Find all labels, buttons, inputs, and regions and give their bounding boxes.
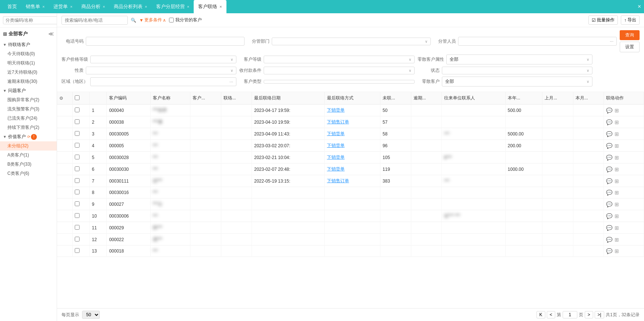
tab-goods-analysis[interactable]: 商品分析 × — [77, 0, 109, 13]
customer-level-select[interactable]: ∨ — [264, 56, 414, 63]
sidebar-section-problem[interactable]: ▼ 问题客户 — [0, 86, 57, 95]
tab-customer-stratify[interactable]: 客户分层经营 × — [152, 0, 194, 13]
nav-close-btn[interactable]: × — [638, 3, 641, 10]
person-select[interactable]: ··· — [458, 37, 617, 46]
sidebar-item-tomorrow-pending[interactable]: 明天待联络(1) — [0, 59, 57, 68]
tab-purchase-close[interactable]: × — [70, 4, 72, 9]
tab-goods-analysis-list[interactable]: 商品分析列表 × — [109, 0, 151, 13]
status-select[interactable]: ∨ — [442, 67, 592, 74]
grid-action-icon[interactable]: ⊞ — [615, 190, 619, 195]
col-name[interactable]: 客户名称 — [150, 92, 190, 105]
col-last-month[interactable]: 上月... — [542, 92, 573, 105]
sidebar-item-churned[interactable]: 已流失客户(24) — [0, 114, 57, 123]
sidebar-item-type-c[interactable]: C类客户(6) — [0, 169, 57, 178]
tab-home[interactable]: 首页 — [3, 0, 21, 13]
filter-more-btn[interactable]: ▼ 更多条件 ∧ — [139, 17, 166, 23]
grid-action-icon[interactable]: ⊞ — [615, 225, 619, 231]
tab-customer-contact-close[interactable]: × — [219, 4, 222, 9]
zero-customer-select[interactable]: 全部 ∨ — [442, 77, 592, 87]
export-btn[interactable]: ↑ 导出 — [621, 15, 640, 25]
method-link[interactable]: 下销售订单 — [327, 119, 349, 124]
payment-select[interactable]: ∨ — [264, 67, 414, 74]
last-page-btn[interactable]: >| — [595, 311, 604, 318]
dept-select[interactable]: ∨ — [272, 38, 430, 45]
sidebar-all-customers[interactable]: ⊞ 全部客户 ≪ — [0, 28, 57, 40]
method-link[interactable]: 下销货单 — [327, 131, 345, 136]
message-icon[interactable]: 💬 — [606, 166, 612, 172]
tab-goods-analysis-list-close[interactable]: × — [145, 4, 147, 9]
tab-customer-stratify-close[interactable]: × — [187, 4, 189, 9]
message-icon[interactable]: 💬 — [606, 178, 612, 184]
col-code[interactable]: 客户编码 — [107, 92, 150, 105]
col-overdue[interactable]: 逾期... — [411, 92, 442, 105]
sidebar-collapse-btn[interactable]: ≪ — [48, 31, 54, 37]
my-customers-filter[interactable]: 我分管的客户 — [169, 17, 202, 23]
row-checkbox[interactable] — [75, 119, 80, 124]
col-contacts-person[interactable]: 往来单位联系人 — [442, 92, 506, 105]
col-last-date[interactable]: 最后联络日期 — [252, 92, 325, 105]
message-icon[interactable]: 💬 — [606, 119, 612, 125]
message-icon[interactable]: 💬 — [606, 155, 612, 160]
row-checkbox[interactable] — [75, 248, 80, 253]
grid-action-icon[interactable]: ⊞ — [615, 213, 619, 219]
sidebar-item-overdue-pending[interactable]: 逾期未联络(30) — [0, 77, 57, 86]
grid-action-icon[interactable]: ⊞ — [615, 201, 619, 207]
method-link[interactable]: 下销货单 — [327, 166, 345, 172]
row-checkbox[interactable] — [75, 143, 80, 148]
sidebar-item-week-pending[interactable]: 近7天待联络(0) — [0, 68, 57, 77]
page-size-select[interactable]: 50 — [82, 311, 100, 319]
grid-action-icon[interactable]: ⊞ — [615, 248, 619, 254]
select-all-checkbox[interactable] — [75, 95, 80, 100]
prev-page-btn[interactable]: < — [547, 311, 555, 318]
message-icon[interactable]: 💬 — [606, 237, 612, 243]
row-checkbox[interactable] — [75, 107, 80, 112]
message-icon[interactable]: 💬 — [606, 143, 612, 149]
grid-action-icon[interactable]: ⊞ — [615, 119, 619, 125]
phone-input[interactable] — [86, 37, 244, 46]
zero-attr-select[interactable]: 全部 ∨ — [446, 54, 592, 64]
row-checkbox[interactable] — [75, 166, 80, 171]
batch-ops-btn[interactable]: ☑ 批量操作 — [588, 15, 618, 25]
method-link[interactable]: 下销货单 — [327, 143, 345, 148]
grid-action-icon[interactable]: ⊞ — [615, 143, 619, 149]
sidebar-section-pending[interactable]: ▼ 待联络客户 — [0, 40, 57, 49]
query-btn[interactable]: 查询 — [620, 30, 640, 40]
nature-select[interactable]: ∨ — [86, 67, 236, 74]
customer-type-select[interactable] — [264, 80, 414, 84]
message-icon[interactable]: 💬 — [606, 131, 612, 137]
grid-action-icon[interactable]: ⊞ — [615, 178, 619, 184]
message-icon[interactable]: 💬 — [606, 107, 612, 113]
row-checkbox[interactable] — [75, 201, 80, 206]
price-level-select[interactable]: ∨ — [90, 56, 236, 63]
tab-purchase[interactable]: 进货单 × — [49, 0, 77, 13]
tab-sale-close[interactable]: × — [42, 4, 45, 9]
sidebar-item-ungroup[interactable]: 未分组(32) — [0, 141, 57, 151]
sidebar-item-declining[interactable]: 持续下滑客户(2) — [0, 123, 57, 132]
message-icon[interactable]: 💬 — [606, 190, 612, 195]
col-this-year[interactable]: 本年... — [505, 92, 542, 105]
row-checkbox[interactable] — [75, 131, 80, 136]
col-no-contact[interactable]: 未联... — [380, 92, 411, 105]
settings-icon[interactable]: ⚙ — [59, 96, 63, 101]
grid-action-icon[interactable]: ⊞ — [615, 131, 619, 137]
person-dots[interactable]: ··· — [610, 39, 613, 44]
filter-search-input[interactable] — [61, 16, 128, 25]
tab-goods-analysis-close[interactable]: × — [103, 4, 105, 9]
row-checkbox[interactable] — [75, 178, 80, 183]
sidebar-item-type-b[interactable]: B类客户(33) — [0, 160, 57, 169]
reset-btn[interactable]: 设置 — [620, 42, 640, 52]
method-link[interactable]: 下销货单 — [327, 107, 345, 113]
grid-action-icon[interactable]: ⊞ — [615, 155, 619, 160]
message-icon[interactable]: 💬 — [606, 201, 612, 207]
col-contact[interactable]: 联络... — [221, 92, 252, 105]
sidebar-search-input[interactable] — [3, 16, 57, 24]
row-checkbox[interactable] — [75, 237, 80, 241]
col-settings[interactable]: ⚙ — [57, 92, 73, 105]
message-icon[interactable]: 💬 — [606, 225, 612, 231]
sidebar-item-type-a[interactable]: A类客户(1) — [0, 151, 57, 160]
row-checkbox[interactable] — [75, 225, 80, 230]
row-checkbox[interactable] — [75, 213, 80, 218]
method-link[interactable]: 下销售订单 — [327, 178, 349, 183]
col-this-month[interactable]: 本月... — [573, 92, 604, 105]
grid-action-icon[interactable]: ⊞ — [615, 107, 619, 113]
